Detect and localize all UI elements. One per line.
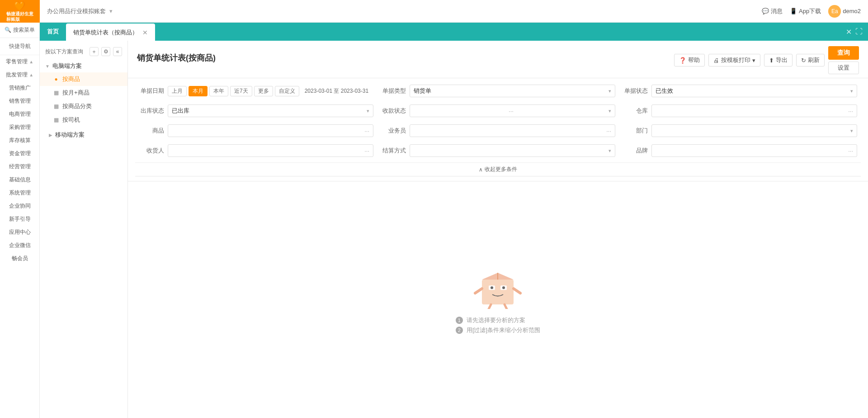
dept-select[interactable]: ▾ — [651, 124, 857, 137]
bill-status-chevron: ▾ — [850, 88, 853, 94]
sidebar-item-member[interactable]: 畅会员 — [0, 252, 39, 265]
sidebar-item-wechat[interactable]: 企业微信 — [0, 239, 39, 252]
date-this-month[interactable]: 本月 — [189, 86, 208, 96]
payment-status-select[interactable]: ··· ▾ — [410, 104, 615, 117]
print-btn[interactable]: 🖨 按模板打印 ▾ — [708, 54, 760, 66]
refresh-btn[interactable]: ↻ 刷新 — [796, 54, 825, 66]
by-cashier-label: 按司机 — [62, 116, 80, 124]
svg-line-9 — [505, 304, 507, 309]
svg-line-8 — [489, 304, 491, 309]
salesperson-select[interactable]: ··· — [410, 124, 615, 137]
message-icon: 💬 — [762, 8, 769, 14]
setting-btn[interactable]: 设置 — [828, 62, 859, 74]
sidebar-item-newbie[interactable]: 新手引导 — [0, 213, 39, 226]
sidebar-item-marketing[interactable]: 营销推广 — [0, 81, 39, 95]
collapse-bar[interactable]: ∧ 收起更多条件 — [135, 162, 861, 176]
print-arrow-icon: ▾ — [752, 57, 755, 64]
brand-select[interactable]: ··· — [651, 144, 857, 157]
message-btn[interactable]: 💬 消息 — [762, 7, 783, 15]
add-scheme-btn[interactable]: ＋ — [90, 47, 99, 56]
app-download-btn[interactable]: 📱 App下载 — [790, 7, 821, 15]
collapse-panel-btn[interactable]: « — [113, 47, 122, 56]
sidebar-item-retail[interactable]: 零售管理 ▲ — [0, 55, 39, 68]
tab-home-label: 首页 — [47, 28, 59, 36]
empty-tip-1: 1 请先选择要分析的方案 — [456, 316, 540, 324]
date-7days[interactable]: 近7天 — [230, 86, 252, 96]
svg-line-7 — [514, 289, 520, 293]
date-this-year[interactable]: 本年 — [209, 86, 228, 96]
search-menu-btn[interactable]: 🔍 搜索菜单 — [0, 26, 39, 34]
tab-home[interactable]: 首页 — [40, 23, 66, 41]
sidebar-item-enterprise[interactable]: 企业协同 — [0, 200, 39, 213]
date-last-month[interactable]: 上月 — [168, 86, 187, 96]
desktop-section-title[interactable]: ▼ 电脑端方案 — [40, 60, 127, 72]
warehouse-label: 仓库 — [623, 107, 648, 115]
filter-stock-status: 出库状态 已出库 ▾ — [135, 103, 377, 119]
settlement-label: 结算方式 — [381, 147, 406, 155]
settlement-select[interactable]: ▾ — [410, 144, 615, 157]
desktop-section-label: 电脑端方案 — [52, 62, 82, 70]
sidebar-item-finance[interactable]: 资金管理 — [0, 147, 39, 160]
maximize-window-btn[interactable]: ⛶ — [855, 28, 863, 36]
svg-line-6 — [475, 289, 482, 293]
filter-salesperson: 业务员 ··· — [377, 123, 619, 139]
recipient-label: 收货人 — [139, 147, 164, 155]
stock-status-label: 出库状态 — [139, 107, 164, 115]
collapse-icon: ∧ — [479, 166, 483, 173]
export-btn[interactable]: ⬆ 导出 — [764, 54, 793, 66]
date-more[interactable]: 更多 — [254, 86, 273, 96]
sidebar-item-purchase[interactable]: 采购管理 — [0, 121, 39, 134]
stock-status-select[interactable]: 已出库 ▾ — [168, 104, 373, 117]
scheme-by-product[interactable]: ● 按商品 — [40, 72, 127, 86]
industry-dropdown-icon[interactable]: ▾ — [109, 8, 113, 14]
tab-sales-stat[interactable]: 销货单统计表（按商品） ✕ — [66, 24, 155, 42]
sidebar-item-wholesale[interactable]: 批发管理 ▲ — [0, 68, 39, 81]
sidebar-item-sales[interactable]: 销售管理 — [0, 95, 39, 108]
topbar-right: 💬 消息 📱 App下载 Ea demo2 — [762, 5, 861, 18]
bill-status-select[interactable]: 已生效 ▾ — [651, 85, 857, 97]
mobile-section: ▶ 移动端方案 — [40, 128, 127, 142]
sidebar-item-appstore[interactable]: 应用中心 — [0, 226, 39, 239]
filter-bill-type: 单据类型 销货单 ▾ — [377, 83, 619, 99]
mobile-section-title[interactable]: ▶ 移动端方案 — [40, 128, 127, 141]
salesperson-dots: ··· — [606, 128, 611, 134]
filter-dept: 部门 ▾ — [619, 123, 861, 139]
edit-scheme-btn[interactable]: ⚙ — [101, 47, 110, 56]
page-header: 销货单统计表(按商品) ❓ 帮助 🖨 按模板打印 ▾ ⬆ 导出 — [128, 41, 868, 78]
sidebar-item-ecommerce[interactable]: 电商管理 — [0, 108, 39, 121]
product-dots: ··· — [364, 128, 369, 134]
sidebar-item-system[interactable]: 系统管理 — [0, 186, 39, 200]
sidebar-item-inventory[interactable]: 库存核算 — [0, 134, 39, 147]
sidebar-item-operation[interactable]: 经营管理 — [0, 160, 39, 173]
query-btn[interactable]: 查询 — [828, 46, 859, 60]
date-pills: 上月 本月 本年 近7天 更多 自定义 — [168, 86, 299, 96]
filter-section: 单据日期 上月 本月 本年 近7天 更多 自定义 2023-03-01 至 20… — [128, 78, 868, 181]
empty-text: 1 请先选择要分析的方案 2 用[过滤]条件来缩小分析范围 — [456, 316, 540, 336]
tip1-num: 1 — [456, 317, 463, 324]
mobile-section-label: 移动端方案 — [55, 131, 85, 139]
bill-status-label: 单据状态 — [623, 87, 648, 95]
scheme-by-category[interactable]: ▦ 按商品分类 — [40, 100, 127, 113]
date-label: 单据日期 — [139, 87, 164, 95]
product-select[interactable]: ··· — [168, 124, 373, 137]
scheme-by-cashier[interactable]: ▦ 按司机 — [40, 113, 127, 127]
date-custom[interactable]: 自定义 — [275, 86, 299, 96]
sidebar-search[interactable]: 🔍 搜索菜单 — [0, 23, 39, 38]
close-window-btn[interactable]: ✕ — [846, 28, 852, 36]
logo-text: 畅捷通好生意 标账版 — [6, 11, 33, 22]
quick-nav-label[interactable]: 快捷导航 — [0, 40, 39, 53]
help-btn[interactable]: ❓ 帮助 — [674, 54, 705, 66]
payment-dots: ··· — [509, 108, 514, 114]
warehouse-select[interactable]: ··· — [651, 104, 857, 117]
scheme-by-month-product[interactable]: ▦ 按月+商品 — [40, 86, 127, 100]
dept-label: 部门 — [623, 127, 648, 135]
recipient-select[interactable]: ··· — [168, 144, 373, 157]
left-panel-title: 按以下方案查询 — [45, 48, 83, 56]
filter-recipient: 收货人 ··· — [135, 142, 377, 159]
user-profile[interactable]: Ea demo2 — [828, 5, 861, 18]
tab-sales-stat-label: 销货单统计表（按商品） — [73, 28, 138, 37]
bill-type-select[interactable]: 销货单 ▾ — [410, 85, 615, 97]
sidebar-item-basic[interactable]: 基础信息 — [0, 173, 39, 186]
by-month-label: 按月+商品 — [62, 89, 90, 97]
tab-close-icon[interactable]: ✕ — [142, 29, 148, 36]
